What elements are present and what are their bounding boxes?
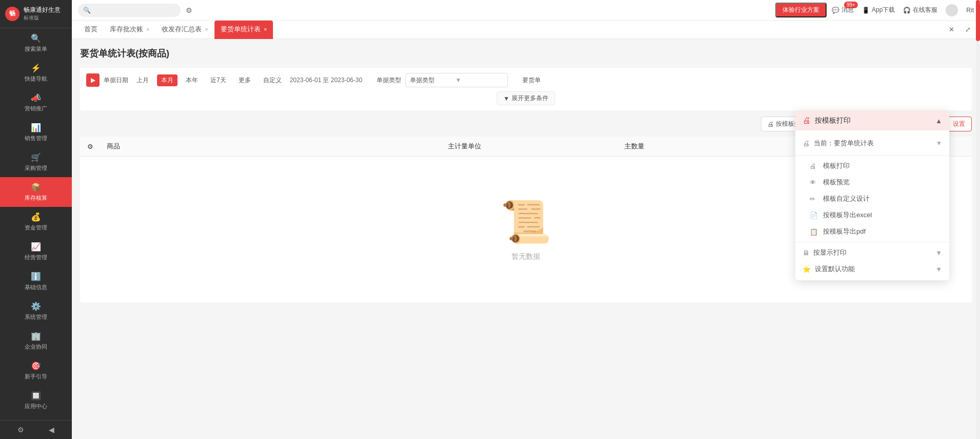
collapse-btn[interactable]: ◀ <box>49 426 54 434</box>
order-type-arrow: ▼ <box>455 77 461 84</box>
tab-home[interactable]: 首页 <box>78 21 104 39</box>
topbar-gear-icon[interactable]: ⚙ <box>186 6 192 14</box>
search-bar[interactable]: 🔍 <box>78 4 181 17</box>
logo-icon: 畅 <box>5 7 19 21</box>
dropdown-display-print-item[interactable]: 🖥 按显示打印 ▼ <box>795 244 949 261</box>
dropdown-template-print-item[interactable]: 🖨 模板打印 <box>795 158 949 174</box>
tab-receivable-summary-label: 收发存汇总表 <box>162 25 202 34</box>
page-content: 要货单统计表(按商品) ▶ 单据日期 上月 本月 本年 近7天 更多 自定义 2… <box>72 39 980 439</box>
filter-bar: ▶ 单据日期 上月 本月 本年 近7天 更多 自定义 2023-06-01 至 … <box>80 68 972 110</box>
sidebar-item-purchase[interactable]: 🛒 采购管理 <box>0 147 72 177</box>
template-print-icon: 🖨 <box>810 162 818 170</box>
sidebar-item-wechat[interactable]: 💬 企业微信 <box>0 415 72 420</box>
tabs-right-controls: ✕ ⤢ <box>945 24 974 36</box>
dropdown-current-item[interactable]: 🖨 当前：要货单统计表 ▼ <box>802 136 942 151</box>
settings-btn[interactable]: 设置 <box>946 117 972 131</box>
date-custom-btn[interactable]: 自定义 <box>259 74 286 86</box>
tab-close-all-btn[interactable]: ✕ <box>945 24 957 36</box>
tab-order-statistics-close[interactable]: × <box>264 26 267 32</box>
sidebar-item-marketing[interactable]: 📣 营销推广 <box>0 88 72 118</box>
template-custom-icon: ✏ <box>810 195 818 203</box>
set-default-row: ⭐ 设置默认功能 <box>802 264 855 274</box>
set-default-arrow: ▼ <box>935 265 942 273</box>
enterprise-icon: 🏢 <box>31 331 41 341</box>
sidebar-item-app-center[interactable]: 🔲 应用中心 <box>0 386 72 415</box>
table-col-settings[interactable]: ⚙ <box>80 138 101 156</box>
order-type-placeholder: 单据类型 <box>410 76 435 85</box>
marketing-icon: 📣 <box>31 93 41 103</box>
dropdown-current-arrow: ▼ <box>936 140 942 147</box>
topbar-right: 💬 消息 99+ 📱 App下载 🎧 在线客服 Rit <box>832 4 974 16</box>
export-pdf-label: 按模板导出pdf <box>823 227 866 236</box>
message-btn[interactable]: 💬 消息 99+ <box>832 6 854 14</box>
settings-btn-label: 设置 <box>953 120 965 128</box>
sidebar-item-system[interactable]: ⚙️ 系统管理 <box>0 296 72 326</box>
sidebar-item-basic[interactable]: ℹ️ 基础信息 <box>0 266 72 296</box>
tab-inventory-batch-label: 库存批次账 <box>110 25 143 34</box>
dropdown-export-pdf-item[interactable]: 📋 按模板导出pdf <box>795 223 949 240</box>
dropdown-template-preview-item[interactable]: 👁 模板预览 <box>795 174 949 190</box>
sidebar-item-sales[interactable]: 📊 销售管理 <box>0 118 72 147</box>
sidebar: 畅 畅康通好生意 标准版 🔍 搜索菜单 ⚡ 快捷导航 📣 营销推广 📊 销售管理… <box>0 0 72 439</box>
expand-more-btn[interactable]: ▼ 展开更多条件 <box>497 91 555 105</box>
online-service-btn[interactable]: 🎧 在线客服 <box>903 6 937 14</box>
template-preview-icon: 👁 <box>810 179 818 186</box>
template-print-label: 模板打印 <box>823 161 850 170</box>
guide-icon: 🎯 <box>31 361 41 371</box>
finance-icon: 💰 <box>31 212 41 222</box>
sidebar-item-operation[interactable]: 📈 经营管理 <box>0 237 72 266</box>
date-year-btn[interactable]: 本年 <box>182 74 202 86</box>
tab-inventory-batch[interactable]: 库存批次账 × <box>104 21 155 39</box>
app-center-icon: 🔲 <box>31 391 41 400</box>
tab-inventory-batch-close[interactable]: × <box>146 26 149 32</box>
sidebar-item-enterprise[interactable]: 🏢 企业协同 <box>0 326 72 356</box>
dropdown-current-section: 🖨 当前：要货单统计表 ▼ <box>795 133 949 153</box>
display-print-row: 🖥 按显示打印 <box>802 248 847 257</box>
date-more-btn[interactable]: 更多 <box>234 74 255 86</box>
table-col-qty: 主数量 <box>618 137 795 156</box>
system-icon: ⚙️ <box>31 301 41 311</box>
date-7days-btn[interactable]: 近7天 <box>206 74 230 86</box>
app-download-btn[interactable]: 📱 App下载 <box>862 6 895 14</box>
tab-order-statistics[interactable]: 要货单统计表 × <box>214 21 273 39</box>
sidebar-item-guide[interactable]: 🎯 新手引导 <box>0 356 72 386</box>
inventory-icon: 📦 <box>31 182 41 192</box>
order-type-select[interactable]: 单据类型 ▼ <box>405 73 508 87</box>
search-icon: 🔍 <box>31 33 41 43</box>
sidebar-logo: 畅 畅康通好生意 标准版 <box>0 0 72 28</box>
date-prev-btn[interactable]: 上月 <box>132 74 153 86</box>
right-scrollbar[interactable] <box>976 0 980 439</box>
dropdown-body: 🖨 当前：要货单统计表 ▼ 🖨 模板打印 👁 模板预览 ✏ <box>795 130 949 280</box>
expand-more-icon: ▼ <box>503 95 509 102</box>
set-default-icon: ⭐ <box>802 265 811 273</box>
dropdown-template-custom-item[interactable]: ✏ 模板自定义设计 <box>795 190 949 207</box>
date-range-display: 2023-06-01 至 2023-06-30 <box>290 76 362 85</box>
sidebar-item-quick-nav[interactable]: ⚡ 快捷导航 <box>0 58 72 88</box>
sidebar-item-search[interactable]: 🔍 搜索菜单 <box>0 28 72 58</box>
trial-btn[interactable]: 体验行业方案 <box>775 3 827 17</box>
scrollbar-thumb <box>976 0 980 41</box>
dropdown-divider-2 <box>795 242 949 242</box>
export-pdf-icon: 📋 <box>810 228 818 236</box>
tab-receivable-summary[interactable]: 收发存汇总表 × <box>155 21 214 39</box>
dropdown-set-default-item[interactable]: ⭐ 设置默认功能 ▼ <box>795 261 949 277</box>
order-type-label: 单据类型 <box>377 76 401 85</box>
display-print-arrow: ▼ <box>935 249 942 257</box>
tab-maximize-btn[interactable]: ⤢ <box>962 24 974 36</box>
date-current-btn[interactable]: 本月 <box>157 74 178 86</box>
message-icon: 💬 <box>832 7 839 14</box>
template-custom-label: 模板自定义设计 <box>823 194 870 203</box>
filter-row-1: ▶ 单据日期 上月 本月 本年 近7天 更多 自定义 2023-06-01 至 … <box>86 73 966 87</box>
purchase-icon: 🛒 <box>31 152 41 162</box>
user-avatar-btn[interactable] <box>946 4 958 16</box>
dropdown-collapse-btn[interactable]: ▲ <box>935 117 942 125</box>
tab-receivable-summary-close[interactable]: × <box>205 26 208 32</box>
settings-footer-btn[interactable]: ⚙ <box>17 426 24 434</box>
dropdown-export-excel-item[interactable]: 📄 按模板导出excel <box>795 207 949 223</box>
filter-expand-icon[interactable]: ▶ <box>86 73 100 87</box>
dropdown-title: 🖨 按模板打印 <box>802 116 851 125</box>
sidebar-item-inventory[interactable]: 📦 库存核算 <box>0 177 72 207</box>
sidebar-item-finance[interactable]: 💰 资金管理 <box>0 207 72 237</box>
dropdown-divider-1 <box>795 155 949 156</box>
current-template-icon: 🖨 <box>802 139 810 147</box>
